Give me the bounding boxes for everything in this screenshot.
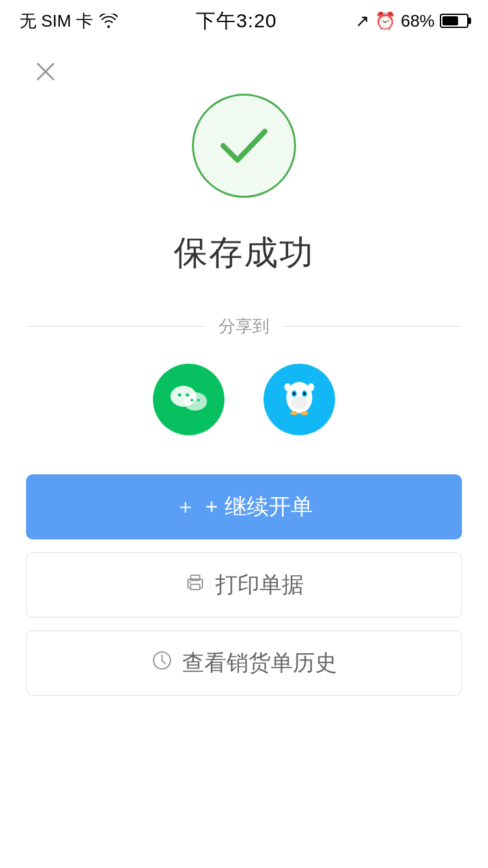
share-line-left [26,326,206,327]
svg-point-14 [291,396,307,409]
svg-point-11 [293,392,295,395]
action-buttons: ＋ + 继续开单 打印单据 查看销货单历 [0,474,488,696]
plus-icon: ＋ [175,493,196,521]
battery-icon [440,14,468,28]
battery-percent: 68% [401,11,435,31]
share-divider: 分享到 [0,315,488,338]
share-line-right [282,326,462,327]
history-button-label: 查看销货单历史 [182,648,337,678]
history-button[interactable]: 查看销货单历史 [26,631,462,696]
print-icon [184,571,206,599]
no-sim-text: 无 SIM 卡 [20,10,93,33]
main-content: 保存成功 分享到 [0,42,488,696]
qq-share-button[interactable] [264,364,335,435]
svg-point-6 [191,399,193,401]
svg-point-4 [178,394,182,397]
location-icon: ↗ [355,11,370,31]
svg-point-12 [303,392,306,395]
print-button[interactable]: 打印单据 [26,552,462,617]
continue-button-label: + 继续开单 [205,492,312,522]
share-label: 分享到 [206,315,282,338]
svg-point-15 [290,411,298,415]
checkmark-icon [218,126,270,165]
wifi-icon [100,14,118,28]
status-bar: 无 SIM 卡 下午3:20 ↗ ⏰ 68% [0,0,488,42]
continue-button[interactable]: ＋ + 继续开单 [26,474,462,539]
success-icon-circle [192,94,296,198]
print-button-label: 打印单据 [215,570,304,600]
alarm-icon: ⏰ [375,11,396,31]
success-title: 保存成功 [174,230,314,276]
svg-point-7 [197,399,200,401]
wechat-share-button[interactable] [153,364,224,435]
close-button[interactable] [26,52,65,91]
svg-point-5 [186,394,189,397]
share-icons [153,364,335,435]
svg-point-18 [308,383,314,391]
share-section: 分享到 [0,315,488,435]
history-icon [151,649,173,677]
svg-point-16 [301,411,308,415]
status-time: 下午3:20 [196,8,277,34]
svg-point-22 [189,582,191,584]
svg-rect-21 [191,584,200,590]
status-left: 无 SIM 卡 [20,10,118,33]
status-right: ↗ ⏰ 68% [355,11,468,31]
svg-point-17 [284,383,291,391]
